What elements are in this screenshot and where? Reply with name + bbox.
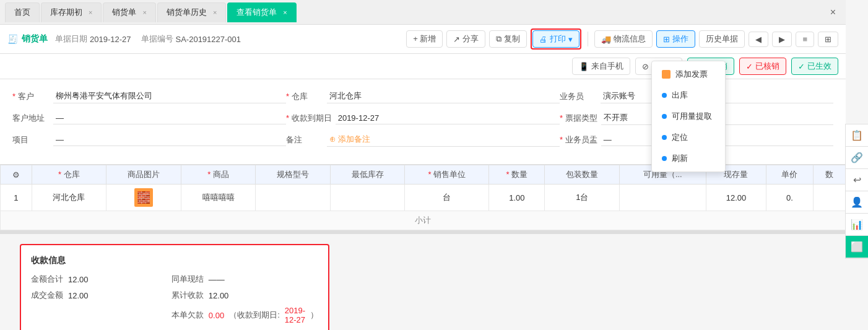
tab-sales-history[interactable]: 销货单历史 × — [157, 2, 226, 22]
row-min-stock — [330, 185, 405, 211]
dropdown-refresh[interactable]: 刷新 — [652, 148, 725, 169]
tab-sales-order-label: 销货单 — [112, 7, 136, 18]
operations-icon: ⊞ — [663, 35, 670, 44]
doc-number-field: 单据编号 SA-20191227-001 — [141, 33, 241, 45]
view-grid-button[interactable]: ⊞ — [818, 32, 838, 47]
view-list-button[interactable]: ≡ — [796, 32, 814, 47]
row-stock: 12.00 — [706, 185, 766, 211]
copy-button[interactable]: ⧉ 复制 — [489, 30, 527, 48]
address-label: 客户地址 — [12, 113, 50, 124]
sidebar-icon-1[interactable]: 📋 — [846, 124, 868, 147]
right-sidebar: 📋 🔗 ↩ 👤 📊 ⬜ — [845, 124, 868, 259]
project-field: 项目 — — [12, 134, 286, 146]
window-close-button[interactable]: × — [825, 4, 841, 20]
doc-number-value: SA-20191227-001 — [176, 35, 241, 44]
tab-home[interactable]: 首页 — [5, 2, 40, 22]
from-phone-label: 来自手机 — [591, 61, 623, 72]
logistics-button[interactable]: 🚚 物流信息 — [594, 30, 653, 48]
available-qty-label: 可用量提取 — [672, 111, 712, 122]
row-spec — [256, 185, 331, 211]
sidebar-icon-6[interactable]: ⬜ — [846, 236, 868, 258]
tab-sales-order[interactable]: 销货单 × — [103, 2, 155, 22]
tab-inventory-init[interactable]: 库存期初 × — [41, 2, 102, 22]
add-button[interactable]: + 新增 — [406, 30, 443, 48]
row-image: 🧱 — [106, 185, 181, 211]
table-container: ⚙ 仓库 商品图片 商品 规格型号 最低库存 销售单位 数量 包装数量 可用量（… — [0, 165, 846, 234]
notes-field: 备注 ⊕ 添加备注 — [286, 132, 560, 147]
same-bill-label: 同单现结 — [171, 274, 204, 285]
share-icon: ↗ — [453, 35, 460, 44]
operations-button[interactable]: ⊞ 操作 — [656, 30, 695, 48]
tab-sales-history-label: 销货单历史 — [167, 7, 207, 18]
col-spec: 规格型号 — [256, 165, 331, 185]
payment-date-field: 收款到期日 2019-12-27 — [286, 112, 560, 124]
dropdown-outbound[interactable]: 出库 — [652, 85, 725, 106]
sidebar-icon-4[interactable]: 👤 — [846, 191, 868, 214]
arrears-date: 2019-12-27 — [285, 306, 305, 324]
product-image: 🧱 — [134, 188, 153, 207]
total-value: 12.00 — [68, 275, 89, 284]
toolbar-left: 🧾 销货单 单据日期 2019-12-27 单据编号 SA-20191227-0… — [7, 33, 401, 45]
col-product: 商品 — [181, 165, 256, 185]
outbound-label: 出库 — [672, 90, 688, 101]
col-package-qty: 包装数量 — [545, 165, 620, 185]
arrears-end: ） — [310, 310, 318, 321]
ticket-type-label: 票据类型 — [560, 113, 597, 124]
summary-grid: 金额合计 12.00 同单现结 —— 成交金额 12.00 累计收款 12.00 — [31, 274, 318, 324]
doc-date-label: 单据日期 — [55, 33, 87, 45]
row-product: 嘻嘻嘻嘻 — [181, 185, 256, 211]
nav-next-button[interactable]: ▶ — [772, 32, 792, 47]
not-open-icon: ⊘ — [642, 62, 649, 71]
sidebar-icon-5[interactable]: 📊 — [846, 214, 868, 236]
doc-title: 🧾 销货单 — [7, 33, 48, 45]
share-button[interactable]: ↗ 分享 — [446, 30, 485, 48]
row-index: 1 — [1, 185, 32, 211]
dropdown-add-invoice[interactable]: 添加发票 — [652, 64, 725, 85]
nav-prev-button[interactable]: ◀ — [749, 32, 768, 47]
sidebar-icon-3[interactable]: ↩ — [846, 169, 868, 191]
copy-label: 复制 — [504, 33, 520, 45]
sidebar-icon-2[interactable]: 🔗 — [846, 147, 868, 169]
cumulative-row: 累计收款 12.00 — [171, 290, 318, 301]
dropdown-locate[interactable]: 定位 — [652, 127, 725, 148]
tab-view-sales[interactable]: 查看销货单 × — [227, 2, 296, 22]
tab-sales-history-close[interactable]: × — [213, 9, 217, 16]
print-button[interactable]: 🖨 打印 ▾ — [532, 30, 579, 48]
tab-view-sales-label: 查看销货单 — [237, 7, 277, 18]
tab-inventory-init-label: 库存期初 — [50, 7, 82, 18]
customer-label: 客户 — [12, 91, 50, 102]
cancelled-label: 已核销 — [755, 61, 779, 72]
copy-icon: ⧉ — [496, 34, 501, 44]
same-bill-value: —— — [209, 275, 225, 284]
from-phone-button[interactable]: 📱 来自手机 — [572, 58, 630, 75]
col-settings[interactable]: ⚙ — [1, 165, 32, 185]
cancelled-button[interactable]: ✓ 已核销 — [739, 58, 786, 75]
transaction-label: 成交金额 — [31, 290, 63, 301]
history-button[interactable]: 历史单据 — [699, 30, 745, 48]
warehouse-value[interactable]: 河北仓库 — [327, 89, 560, 103]
col-amount: 数 — [813, 165, 845, 185]
tab-inventory-init-close[interactable]: × — [89, 9, 92, 16]
cumulative-value: 12.00 — [209, 291, 229, 300]
payment-date-value[interactable]: 2019-12-27 — [336, 112, 560, 124]
summary-container: 收款信息 金额合计 12.00 同单现结 —— 成交金额 12.00 累计收款 … — [0, 234, 846, 330]
add-notes-button[interactable]: ⊕ 添加备注 — [327, 132, 560, 147]
items-table: ⚙ 仓库 商品图片 商品 规格型号 最低库存 销售单位 数量 包装数量 可用量（… — [0, 165, 846, 230]
staff-label: 业务员 — [560, 91, 597, 102]
table-row: 1 河北仓库 🧱 嘻嘻嘻嘻 台 1.00 1台 12.00 0. — [1, 185, 846, 211]
tab-sales-order-close[interactable]: × — [142, 9, 146, 16]
col-warehouse: 仓库 — [32, 165, 106, 185]
row-price: 0. — [766, 185, 813, 211]
arrears-row: 本单欠款 0.00 （收款到期日: 2019-12-27 ） — [171, 306, 318, 324]
customer-value[interactable]: 柳州粤港平安气体有限公司 — [53, 89, 286, 103]
dropdown-available-qty[interactable]: 可用量提取 — [652, 106, 725, 127]
print-label: 打印 — [550, 33, 566, 45]
tab-view-sales-close[interactable]: × — [283, 9, 287, 16]
summary-section: 收款信息 金额合计 12.00 同单现结 —— 成交金额 12.00 累计收款 … — [20, 244, 329, 330]
print-dropdown-icon: ▾ — [568, 35, 573, 44]
effective-button[interactable]: ✓ 已生效 — [791, 58, 838, 75]
add-invoice-icon — [662, 70, 671, 79]
print-icon: 🖨 — [539, 35, 547, 44]
locate-icon — [662, 135, 667, 140]
row-warehouse: 河北仓库 — [32, 185, 106, 211]
